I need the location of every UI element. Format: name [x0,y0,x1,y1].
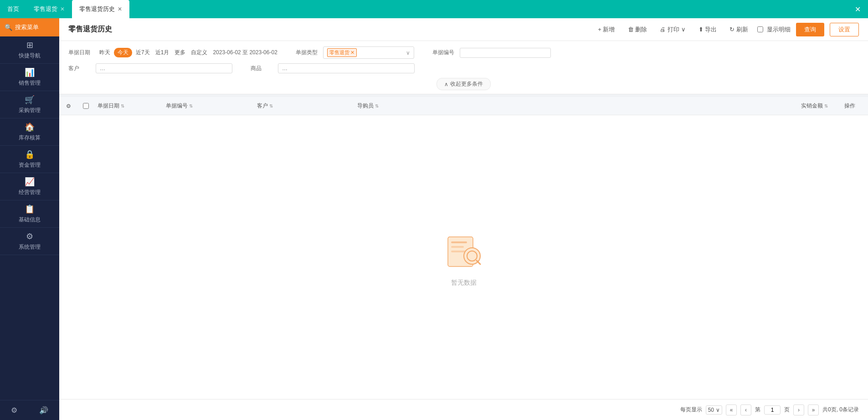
filter-goods: 商品 [251,63,415,73]
type-label: 单据类型 [296,49,323,56]
date-opt-more[interactable]: 更多 [173,48,187,57]
collapse-button[interactable]: ∧ 收起更多条件 [437,78,491,90]
print-button[interactable]: 🖨 打印 ∨ [656,24,689,36]
th-amount[interactable]: 实销金额 ⇅ [777,102,832,110]
page-title: 零售退货历史 [68,25,594,34]
date-opt-yesterday[interactable]: 昨天 [98,48,112,57]
sidebar-item-sys-mgmt[interactable]: ⚙ 系统管理 [0,228,59,255]
date-opt-custom[interactable]: 自定义 [189,48,209,57]
setting-button[interactable]: 设置 [830,23,859,36]
sidebar-item-quick-nav-label: 快捷导航 [19,52,41,60]
filter-row-1: 单据日期 昨天 今天 近7天 近1月 更多 自定义 2023-06-02 至 2… [68,46,859,59]
type-tag-close[interactable]: ✕ [350,50,354,56]
purchase-mgmt-icon: 🛒 [25,95,35,105]
page-size-label: 每页显示 [680,406,702,414]
content-area: 零售退货历史 + 新增 🗑 删除 🖨 打印 ∨ ⬆ 导出 ↻ 刷新 [59,18,868,420]
sidebar-item-stock-calc-label: 库存核算 [19,134,41,142]
filter-num-area: 单据编号 [432,48,551,58]
last-page-button[interactable]: » [808,405,819,415]
quick-nav-icon: ⊞ [26,40,33,50]
tab-home[interactable]: 首页 [0,0,26,18]
refresh-button[interactable]: ↻ 刷新 [726,24,752,36]
first-page-button[interactable]: « [726,405,737,415]
sidebar-item-purchase-mgmt[interactable]: 🛒 采购管理 [0,91,59,118]
filter-row-2: 客户 商品 [68,63,859,73]
collapse-icon: ∧ [444,81,448,87]
svg-rect-3 [451,251,466,252]
fund-mgmt-icon: 🔒 [25,149,35,159]
tab-retail-return-label: 零售退货 [34,5,57,13]
show-detail-label: 显示明细 [767,26,791,34]
sidebar: 🔍 搜索菜单 ⊞ 快捷导航 📊 销售管理 🛒 采购管理 🏠 库存核算 🔒 资金管… [0,18,59,420]
svg-rect-2 [451,246,464,248]
main-layout: 🔍 搜索菜单 ⊞ 快捷导航 📊 销售管理 🛒 采购管理 🏠 库存核算 🔒 资金管… [0,18,868,420]
show-detail-checkbox[interactable] [757,26,763,32]
collapse-label: 收起更多条件 [450,80,483,88]
top-bar: 首页 零售退货 ✕ 零售退货历史 ✕ ✕ [0,0,868,18]
tab-retail-return-close[interactable]: ✕ [60,6,65,12]
th-guide[interactable]: 导购员 ⇅ [354,102,445,110]
date-opt-week[interactable]: 近7天 [134,48,152,57]
th-num[interactable]: 单据编号 ⇅ [162,102,253,110]
num-input[interactable] [460,48,551,58]
sidebar-item-basic-info[interactable]: 📋 基础信息 [0,200,59,228]
date-options: 昨天 今天 近7天 近1月 更多 自定义 [98,48,209,57]
export-button[interactable]: ⬆ 导出 [695,24,721,36]
filter-type-area: 单据类型 零售退货 ✕ ∨ [296,46,414,59]
add-label: + 新增 [598,26,615,34]
th-date-label: 单据日期 [98,102,119,110]
sidebar-settings-icon[interactable]: ⚙ [11,406,17,415]
select-all-checkbox[interactable] [83,103,89,109]
sidebar-item-ops-mgmt[interactable]: 📈 经营管理 [0,173,59,200]
customer-input[interactable] [96,63,232,73]
empty-illustration [441,228,487,273]
print-label: 🖨 打印 [660,26,679,34]
sidebar-search[interactable]: 🔍 搜索菜单 [0,18,59,36]
delete-label: 🗑 删除 [628,26,647,34]
th-customer[interactable]: 客户 ⇅ [253,102,354,110]
ops-mgmt-icon: 📈 [25,177,35,187]
page-size-chevron-icon: ∨ [716,407,720,413]
table-header: ⚙ 单据日期 ⇅ 单据编号 ⇅ 客户 ⇅ 导购员 ⇅ [59,97,868,115]
sidebar-item-sys-mgmt-label: 系统管理 [19,243,41,251]
sidebar-sound-icon[interactable]: 🔊 [39,406,48,415]
sidebar-item-fund-mgmt[interactable]: 🔒 资金管理 [0,146,59,173]
th-guide-sort-icon: ⇅ [375,103,379,108]
type-tag: 零售退货 ✕ [327,48,357,57]
th-customer-sort-icon: ⇅ [269,103,273,108]
th-gear[interactable]: ⚙ [59,103,77,109]
tab-retail-return-history[interactable]: 零售退货历史 ✕ [72,0,129,18]
table-body: 暂无数据 [59,115,868,399]
prev-page-button[interactable]: ‹ [740,405,751,415]
delete-button[interactable]: 🗑 删除 [624,24,651,36]
add-button[interactable]: + 新增 [594,24,618,36]
sidebar-item-stock-calc[interactable]: 🏠 库存核算 [0,118,59,146]
close-window-button[interactable]: ✕ [847,5,868,14]
tab-retail-return-history-close[interactable]: ✕ [118,6,122,12]
sidebar-item-fund-mgmt-label: 资金管理 [19,161,41,169]
sidebar-bottom: ⚙ 🔊 [0,400,59,420]
sidebar-item-sales-mgmt[interactable]: 📊 销售管理 [0,64,59,91]
sidebar-item-sales-mgmt-label: 销售管理 [19,79,41,87]
tab-retail-return[interactable]: 零售退货 ✕ [26,0,72,18]
page-label: 第 [755,406,760,414]
date-opt-month[interactable]: 近1月 [154,48,171,57]
filter-area: 单据日期 昨天 今天 近7天 近1月 更多 自定义 2023-06-02 至 2… [59,41,868,94]
refresh-label: ↻ 刷新 [729,26,748,34]
show-detail[interactable]: 显示明细 [757,26,791,34]
date-label: 单据日期 [68,49,96,56]
current-page-input[interactable] [764,405,781,415]
query-button[interactable]: 查询 [796,23,824,36]
th-check[interactable] [77,103,94,109]
next-page-button[interactable]: › [793,405,804,415]
th-date[interactable]: 单据日期 ⇅ [94,102,162,110]
sidebar-item-quick-nav[interactable]: ⊞ 快捷导航 [0,36,59,64]
page-header: 零售退货历史 + 新增 🗑 删除 🖨 打印 ∨ ⬆ 导出 ↻ 刷新 [59,18,868,41]
print-chevron-icon: ∨ [681,26,686,33]
type-select[interactable]: 零售退货 ✕ ∨ [323,46,414,59]
page-size-select[interactable]: 50 ∨ [706,405,722,415]
goods-input[interactable] [278,63,415,73]
date-opt-today[interactable]: 今天 [114,48,132,57]
th-guide-label: 导购员 [357,102,374,110]
filter-customer: 客户 [68,63,232,73]
